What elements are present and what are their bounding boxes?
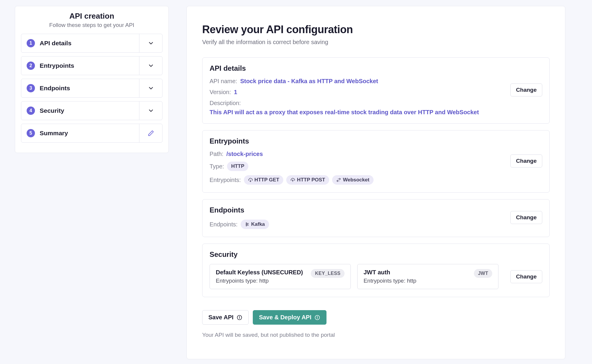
step-number-badge: 2 [27,62,35,70]
cloud-upload-icon [290,178,295,182]
svg-point-5 [246,224,247,225]
entrypoints-path-label: Path: [210,151,223,157]
step-number-badge: 1 [27,39,35,47]
change-security-button[interactable]: Change [510,270,542,283]
security-plan-title: Default Keyless (UNSECURED) [216,269,303,276]
api-description-label: Description: [210,100,241,107]
svg-point-6 [246,225,247,226]
security-plan-meta: Entrypoints type: http [363,278,416,284]
action-bar: Save API Save & Deploy API [202,310,550,325]
step-endpoints[interactable]: 3 Endpoints [21,79,163,98]
step-api-details[interactable]: 1 API details [21,34,163,53]
svg-line-12 [247,225,247,225]
svg-point-18 [317,316,317,317]
card-heading: API details [210,64,505,73]
step-label: API details [40,40,71,47]
card-api-details: API details API name: Stock price data -… [202,57,550,124]
change-entrypoints-button[interactable]: Change [510,154,542,167]
step-expand-toggle[interactable] [139,79,162,97]
change-endpoints-button[interactable]: Change [510,211,542,224]
security-plan-keyless: Default Keyless (UNSECURED) Entrypoints … [210,264,351,289]
svg-point-15 [239,316,239,317]
svg-point-7 [247,223,248,224]
step-expand-toggle[interactable] [139,57,162,75]
svg-point-4 [246,223,247,223]
security-plan-badge: JWT [474,269,493,278]
api-version-value: 1 [234,89,237,96]
entrypoint-chip-http-post: HTTP POST [286,175,329,185]
api-name-value: Stock price data - Kafka as HTTP and Web… [240,78,378,85]
sidebar-subtitle: Follow these steps to get your API [21,22,163,28]
chevron-down-icon [148,40,154,46]
security-plan-jwt: JWT auth Entrypoints type: http JWT [357,264,498,289]
api-description-value: This API will act as a proxy that expose… [210,109,479,116]
step-label: Entrypoints [40,62,74,69]
chevron-down-icon [148,107,154,114]
step-security[interactable]: 4 Security [21,101,163,120]
security-plan-meta: Entrypoints type: http [216,278,303,284]
chevron-down-icon [148,85,154,91]
summary-panel: Review your API configuration Verify all… [186,6,565,359]
step-label: Summary [40,130,68,137]
page-subtitle: Verify all the information is correct be… [202,39,550,46]
step-expand-toggle[interactable] [139,34,162,52]
kafka-icon [245,222,250,227]
card-heading: Entrypoints [210,137,505,145]
entrypoints-path-value: /stock-prices [226,151,263,157]
step-label: Endpoints [40,85,70,92]
step-summary[interactable]: 5 Summary [21,124,163,143]
swap-icon [336,178,341,182]
save-api-button[interactable]: Save API [202,310,249,325]
save-deploy-api-button[interactable]: Save & Deploy API [253,310,326,325]
step-number-badge: 4 [27,107,35,115]
step-expand-toggle[interactable] [139,102,162,120]
step-edit-button[interactable] [139,124,162,142]
pencil-icon [148,130,154,136]
api-name-label: API name: [210,78,237,85]
step-entrypoints[interactable]: 2 Entrypoints [21,56,163,75]
endpoints-list-label: Endpoints: [210,221,238,228]
save-footnote: Your API will be saved, but not publishe… [202,332,550,338]
wizard-sidebar: API creation Follow these steps to get y… [15,6,169,153]
sidebar-title: API creation [21,12,163,21]
cloud-download-icon [248,178,253,182]
entrypoint-chip-http-get: HTTP GET [244,175,284,185]
card-security: Security Default Keyless (UNSECURED) Ent… [202,244,550,297]
security-plan-badge: KEY_LESS [311,269,345,278]
card-heading: Endpoints [210,206,505,214]
entrypoints-type-label: Type: [210,163,224,170]
card-heading: Security [210,250,542,259]
info-icon [314,315,320,320]
api-version-label: Version: [210,89,231,96]
svg-point-8 [247,225,248,226]
entrypoint-chip-websocket: Websocket [332,175,373,185]
endpoint-chip-kafka: Kafka [241,220,269,229]
step-label: Security [40,107,64,114]
entrypoints-list-label: Entrypoints: [210,177,241,183]
card-endpoints: Endpoints Endpoints: Kafka Change [202,199,550,237]
step-number-badge: 5 [27,129,35,137]
chevron-down-icon [148,62,154,69]
entrypoints-type-chip: HTTP [227,162,248,171]
svg-line-11 [247,224,247,224]
step-number-badge: 3 [27,84,35,92]
page-title: Review your API configuration [202,23,550,36]
info-icon [237,315,242,320]
card-entrypoints: Entrypoints Path: /stock-prices Type: HT… [202,130,550,193]
change-api-details-button[interactable]: Change [510,83,542,96]
security-plan-title: JWT auth [363,269,416,276]
